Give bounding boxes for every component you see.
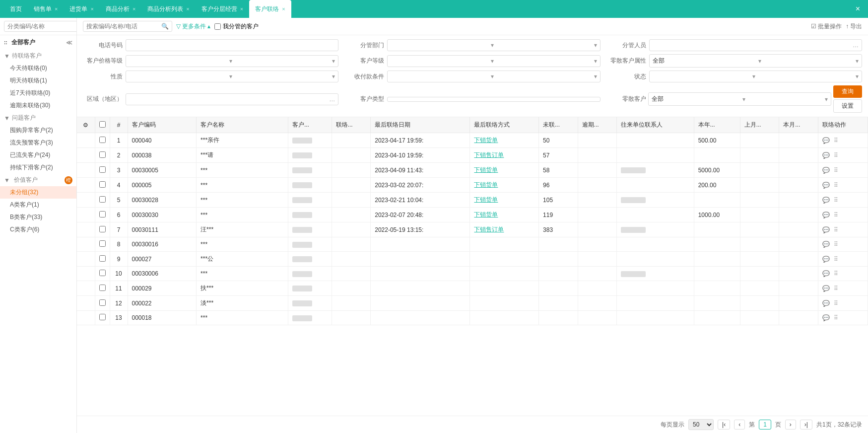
manager-select[interactable]: …	[649, 39, 862, 51]
td-checkbox[interactable]	[95, 193, 110, 208]
row-checkbox[interactable]	[99, 151, 106, 158]
prev-page-btn[interactable]: ‹	[734, 420, 745, 430]
th-type[interactable]: 客户...	[288, 117, 332, 133]
grid-action-icon[interactable]: ⠿	[834, 256, 838, 263]
sidebar-item-today[interactable]: 今天待联络(0)	[0, 62, 76, 74]
chat-icon[interactable]: 💬	[822, 212, 830, 218]
region-select[interactable]: …	[126, 93, 338, 105]
row-checkbox[interactable]	[99, 285, 106, 291]
search-input[interactable]	[86, 23, 161, 30]
tab-product-analysis[interactable]: 商品分析 ×	[100, 0, 141, 18]
tab-sales[interactable]: 销售单 ×	[28, 0, 64, 18]
sidebar-item-7days[interactable]: 近7天待联络(0)	[0, 87, 76, 99]
th-last-method[interactable]: 最后联络方式	[470, 117, 539, 133]
grid-action-icon[interactable]: ⠿	[834, 182, 838, 189]
td-last-method[interactable]: 下销货单	[470, 208, 539, 222]
th-overdue[interactable]: 逾期...	[578, 117, 617, 133]
td-last-method[interactable]: 下销售订单	[470, 222, 539, 237]
close-product-tab[interactable]: ×	[133, 6, 135, 12]
dept-select[interactable]: ▾	[387, 39, 600, 51]
chat-icon[interactable]: 💬	[822, 285, 830, 292]
row-checkbox[interactable]	[99, 137, 106, 143]
th-name[interactable]: 客户名称	[197, 117, 288, 133]
query-button[interactable]: 查询	[833, 85, 862, 98]
td-checkbox[interactable]	[95, 163, 110, 178]
contact-method-link[interactable]: 下销货单	[474, 211, 498, 218]
td-checkbox[interactable]	[95, 267, 110, 281]
tab-customer-contact[interactable]: 客户联络 ×	[249, 0, 291, 18]
td-last-method[interactable]	[470, 252, 539, 267]
row-checkbox[interactable]	[99, 314, 106, 320]
th-last-date[interactable]: 最后联络日期	[371, 117, 470, 133]
th-checkbox[interactable]	[95, 117, 110, 133]
tab-home[interactable]: 首页	[4, 0, 28, 18]
td-last-method[interactable]	[470, 281, 539, 296]
th-this-year[interactable]: 本年...	[694, 117, 740, 133]
close-customer-contact-tab[interactable]: ×	[282, 6, 285, 12]
last-page-btn[interactable]: ›|	[800, 420, 812, 430]
row-checkbox[interactable]	[99, 166, 106, 173]
sidebar-item-hoarding[interactable]: 囤购异常客户(2)	[0, 124, 76, 137]
chat-icon[interactable]: 💬	[822, 137, 830, 144]
td-last-method[interactable]	[470, 311, 539, 325]
contact-method-link[interactable]: 下销货单	[474, 166, 498, 173]
th-code[interactable]: 客户编码	[128, 117, 197, 133]
chat-icon[interactable]: 💬	[822, 152, 830, 159]
grid-action-icon[interactable]: ⠿	[834, 137, 838, 144]
td-last-method[interactable]: 下销货单	[470, 193, 539, 208]
sidebar-item-tomorrow[interactable]: 明天待联络(1)	[0, 74, 76, 87]
td-checkbox[interactable]	[95, 178, 110, 193]
sidebar-item-class-b[interactable]: B类客户(33)	[0, 211, 76, 223]
contact-method-link[interactable]: 下销货单	[474, 196, 498, 203]
grid-action-icon[interactable]: ⠿	[834, 212, 838, 218]
chat-icon[interactable]: 💬	[822, 226, 830, 233]
chat-icon[interactable]: 💬	[822, 182, 830, 189]
grid-action-icon[interactable]: ⠿	[834, 314, 838, 321]
nature-select[interactable]: ▾	[126, 71, 338, 82]
all-customers-group[interactable]: :: 全部客户 ≪	[0, 35, 76, 50]
td-checkbox[interactable]	[95, 281, 110, 296]
search-icon[interactable]: 🔍	[161, 23, 169, 30]
th-this-month[interactable]: 本月...	[779, 117, 818, 133]
sidebar-item-class-a[interactable]: A类客户(1)	[0, 199, 76, 211]
search-box[interactable]: 🔍	[83, 21, 172, 32]
row-checkbox[interactable]	[99, 181, 106, 188]
customer-level-select[interactable]: ▾	[387, 55, 600, 67]
grid-action-icon[interactable]: ⠿	[834, 197, 838, 204]
td-last-method[interactable]: 下销货单	[470, 163, 539, 178]
collapse-icon[interactable]: ≪	[66, 39, 72, 46]
section-problems[interactable]: ▼ 问题客户	[0, 112, 76, 124]
my-customers-check[interactable]	[214, 23, 221, 30]
contact-method-link[interactable]: 下销售订单	[474, 151, 504, 158]
payment-select[interactable]: ▾	[387, 71, 600, 82]
chat-icon[interactable]: 💬	[822, 300, 830, 307]
chat-icon[interactable]: 💬	[822, 241, 830, 248]
contact-method-link[interactable]: 下销货单	[474, 137, 498, 144]
td-last-method[interactable]: 下销售订单	[470, 148, 539, 163]
scatter-attr-select[interactable]: 全部▾	[649, 54, 862, 68]
grid-action-icon[interactable]: ⠿	[834, 300, 838, 307]
td-checkbox[interactable]	[95, 296, 110, 311]
td-checkbox[interactable]	[95, 252, 110, 267]
td-checkbox[interactable]	[95, 208, 110, 222]
sidebar-item-overdue[interactable]: 逾期未联络(30)	[0, 99, 76, 112]
export-btn[interactable]: ↑ 导出	[846, 22, 862, 31]
th-no-contact[interactable]: 未联...	[539, 117, 578, 133]
chat-icon[interactable]: 💬	[822, 197, 830, 204]
row-checkbox[interactable]	[99, 240, 106, 247]
close-purchase-tab[interactable]: ×	[90, 6, 93, 12]
td-checkbox[interactable]	[95, 133, 110, 148]
tab-product-list[interactable]: 商品分析列表 ×	[141, 0, 195, 18]
phone-input[interactable]	[126, 39, 338, 51]
row-checkbox[interactable]	[99, 196, 106, 203]
grid-action-icon[interactable]: ⠿	[834, 152, 838, 159]
td-checkbox[interactable]	[95, 311, 110, 325]
grid-action-icon[interactable]: ⠿	[834, 226, 838, 233]
batch-action-btn[interactable]: ☑ 批量操作	[811, 22, 842, 31]
chat-icon[interactable]: 💬	[822, 314, 830, 321]
grid-action-icon[interactable]: ⠿	[834, 285, 838, 292]
grid-action-icon[interactable]: ⠿	[834, 270, 838, 277]
first-page-btn[interactable]: |‹	[718, 420, 730, 430]
contact-method-link[interactable]: 下销货单	[474, 181, 498, 188]
td-last-method[interactable]	[470, 237, 539, 252]
